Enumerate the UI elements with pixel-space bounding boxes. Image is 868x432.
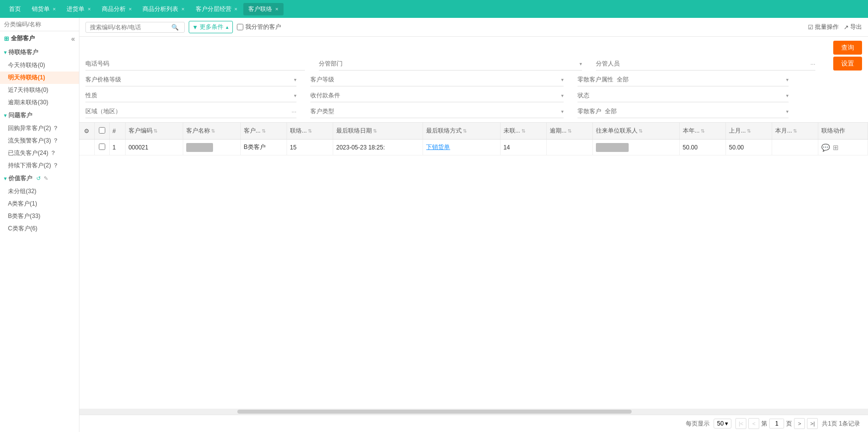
thismonth-col-header[interactable]: 本月...⇅ — [772, 123, 818, 140]
overdue-col-header[interactable]: 逾期...⇅ — [546, 123, 592, 140]
sidebar-group-value[interactable]: 价值客户 ↺ ✎ — [0, 172, 79, 185]
settings-button[interactable]: 设置 — [833, 57, 862, 71]
lastmethod-col-header[interactable]: 最后联络方式⇅ — [423, 123, 500, 140]
thisyear-sort-icon: ⇅ — [701, 128, 705, 134]
nav-home[interactable]: 首页 — [4, 3, 26, 15]
nav-purchase-order[interactable]: 进货单 × — [62, 3, 95, 15]
sidebar-search-input[interactable] — [4, 21, 78, 28]
customer-name-blurred: Ea — [186, 143, 214, 152]
collapse-icon[interactable]: « — [71, 35, 75, 43]
close-sales-icon[interactable]: × — [53, 6, 56, 12]
close-contact-icon[interactable]: × — [275, 6, 278, 12]
filter-phone: 电话号码 — [85, 58, 305, 71]
sidebar: 🔍 ⊞ 全部客户 « 待联络客户 今天待联络(0) 明天待联络(1) 近7天待联… — [0, 18, 79, 432]
sidebar-item-churn-warning[interactable]: 流失预警客户(3) ？ — [0, 135, 79, 147]
filter-retail-attr[interactable]: 零散客户属性 全部 ▾ — [578, 73, 789, 86]
select-all-checkbox[interactable] — [99, 127, 105, 134]
contact-person-blurred: xxx — [596, 143, 629, 152]
filter-nature[interactable]: 性质 ▾ — [85, 89, 296, 102]
sidebar-item-7days[interactable]: 近7天待联络(0) — [0, 84, 79, 96]
phone-input[interactable] — [125, 61, 305, 68]
payment-arrow-icon: ▾ — [561, 93, 564, 98]
next-page-button[interactable]: > — [794, 418, 805, 429]
close-segment-icon[interactable]: × — [234, 6, 237, 12]
lastmethod-cell[interactable]: 下销货单 — [423, 140, 500, 155]
sidebar-item-overdue[interactable]: 逾期未联络(30) — [0, 96, 79, 109]
filter-icon: ▼ — [192, 24, 198, 31]
index-col-header: # — [109, 123, 125, 140]
lastdate-col-header[interactable]: 最后联络日期⇅ — [333, 123, 423, 140]
sidebar-item-b-class[interactable]: B类客户(33) — [0, 210, 79, 222]
query-button[interactable]: 查询 — [833, 41, 862, 55]
close-purchase-icon[interactable]: × — [87, 6, 90, 12]
my-customers-checkbox[interactable] — [237, 24, 243, 30]
per-page-arrow-icon: ▾ — [725, 420, 728, 427]
thisyear-col-header[interactable]: 本年...⇅ — [679, 123, 725, 140]
last-method-link[interactable]: 下销货单 — [426, 144, 450, 150]
contact-sort-icon: ⇅ — [308, 128, 312, 134]
search-icon[interactable]: 🔍 — [171, 24, 179, 31]
dept-label: 分管部门 — [319, 60, 359, 68]
sidebar-item-churned[interactable]: 已流失客户(24) ？ — [0, 147, 79, 159]
region-dots-icon[interactable]: ··· — [291, 108, 296, 115]
nav-product-analysis-list[interactable]: 商品分析列表 × — [138, 3, 189, 15]
sidebar-item-c-class[interactable]: C类客户(6) — [0, 222, 79, 235]
filter-customer-type[interactable]: 客户类型 ▾ — [310, 105, 564, 118]
my-customers-checkbox-label[interactable]: 我分管的客户 — [237, 23, 281, 31]
contact-person-col-header[interactable]: 往来单位联系人⇅ — [592, 123, 679, 140]
per-page-select[interactable]: 50 ▾ — [714, 419, 731, 429]
nav-customer-segment[interactable]: 客户分层经营 × — [191, 3, 242, 15]
prev-page-button[interactable]: < — [748, 418, 759, 429]
nav-customer-contact[interactable]: 客户联络 × — [243, 3, 283, 15]
check-cell[interactable] — [94, 140, 109, 155]
code-col-header[interactable]: 客户编码⇅ — [125, 123, 183, 140]
comment-action-icon[interactable]: 💬 — [821, 144, 830, 151]
manager-label: 分管人员 — [596, 60, 636, 68]
nav-sales-order[interactable]: 销货单 × — [27, 3, 61, 15]
sidebar-all-customers[interactable]: ⊞ 全部客户 « — [0, 31, 79, 46]
region-label: 区域（地区） — [85, 107, 125, 116]
lastmonth-col-header[interactable]: 上月...⇅ — [725, 123, 772, 140]
name-col-header[interactable]: 客户名称⇅ — [183, 123, 240, 140]
sidebar-item-tomorrow[interactable]: 明天待联络(1) — [0, 72, 79, 84]
gear-col-header[interactable]: ⚙ — [79, 123, 94, 140]
sidebar-item-today[interactable]: 今天待联络(0) — [0, 59, 79, 72]
chevron-up-icon: ▲ — [225, 25, 229, 30]
more-filter-button[interactable]: ▼ 更多条件 ▲ — [189, 21, 233, 33]
index-cell: 1 — [109, 140, 125, 155]
filter-payment[interactable]: 收付款条件 ▾ — [310, 89, 564, 102]
manager-dots-icon[interactable]: ··· — [810, 61, 815, 68]
filter-region[interactable]: 区域（地区） ··· — [85, 105, 296, 118]
code-sort-icon: ⇅ — [153, 128, 157, 134]
row-checkbox[interactable] — [99, 144, 105, 150]
filter-dept[interactable]: 分管部门 ▾ — [319, 58, 582, 71]
filter-customer-level[interactable]: 客户等级 ▾ — [310, 73, 564, 86]
first-page-button[interactable]: |< — [735, 418, 746, 429]
sidebar-item-declining[interactable]: 持续下滑客户(2) ？ — [0, 159, 79, 172]
sidebar-item-abnormal[interactable]: 回购异常客户(2) ？ — [0, 122, 79, 135]
last-page-button[interactable]: >| — [807, 418, 818, 429]
sidebar-item-ungrouped[interactable]: 未分组(32) — [0, 185, 79, 198]
sidebar-group-problem[interactable]: 问题客户 — [0, 109, 79, 122]
check-col-header[interactable] — [94, 123, 109, 140]
close-product-analysis-icon[interactable]: × — [129, 6, 132, 12]
search-input[interactable] — [90, 24, 169, 31]
nocontact-col-header[interactable]: 未联...⇅ — [500, 123, 546, 140]
filter-customer-grade[interactable]: 客户价格等级 ▾ — [85, 73, 296, 86]
export-button[interactable]: ↗ 导出 — [844, 23, 862, 31]
filter-manager[interactable]: 分管人员 ··· — [596, 58, 815, 71]
pagination-bar: 每页显示 50 ▾ |< < 第 页 > >| 共1页 1条记录 — [79, 415, 868, 432]
batch-op-button[interactable]: ☑ 批量操作 — [808, 23, 839, 31]
close-product-list-icon[interactable]: × — [181, 6, 184, 12]
type-col-header[interactable]: 客户...⇅ — [240, 123, 287, 140]
horizontal-scrollbar[interactable] — [79, 409, 868, 415]
page-number-input[interactable] — [769, 419, 784, 429]
sidebar-group-pending[interactable]: 待联络客户 — [0, 46, 79, 59]
scroll-thumb[interactable] — [237, 410, 632, 414]
sidebar-item-a-class[interactable]: A类客户(1) — [0, 198, 79, 210]
nav-product-analysis[interactable]: 商品分析 × — [97, 3, 137, 15]
contact-col-header[interactable]: 联络...⇅ — [287, 123, 333, 140]
grid-action-icon[interactable]: ⊞ — [833, 144, 839, 151]
filter-retail-customer[interactable]: 零散客户 全部 ▾ — [578, 105, 789, 118]
filter-status[interactable]: 状态 ▾ — [578, 89, 789, 102]
